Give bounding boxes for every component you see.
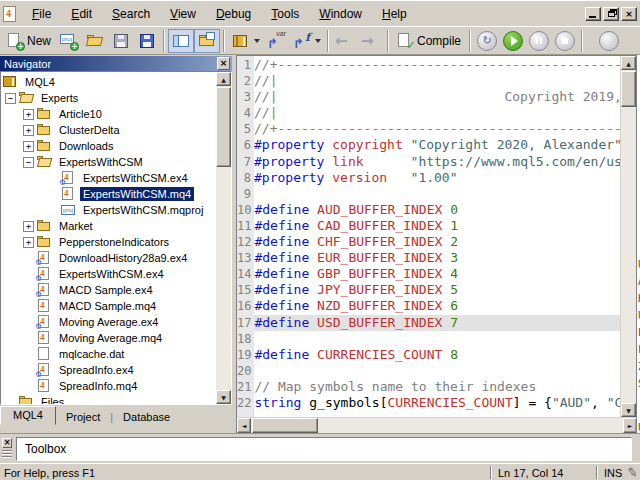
new-button[interactable]: +New: [2, 29, 56, 53]
code-line-16[interactable]: 16#define NZD_BUFFER_INDEX 6: [237, 298, 620, 314]
compile-button[interactable]: ✓Compile: [392, 29, 466, 53]
editor-horizontal-scrollbar[interactable]: ◄ ►: [237, 417, 637, 433]
forward-button[interactable]: →: [358, 29, 384, 53]
dictionary-button[interactable]: [228, 29, 263, 53]
menu-file[interactable]: File: [22, 4, 61, 24]
code-line-10[interactable]: 10#define AUD_BUFFER_INDEX 0: [237, 202, 620, 218]
code-line-3[interactable]: 3//| Copyright 2019, Alexander: [237, 89, 620, 105]
menu-help[interactable]: Help: [372, 4, 417, 24]
tree-item-expertswithcsm-ex4[interactable]: 4⚙ExpertsWithCSM.ex4: [1, 266, 231, 282]
stop-debug-button[interactable]: [552, 29, 578, 53]
pause-debug-button[interactable]: [526, 29, 552, 53]
new-project-button[interactable]: proj+: [56, 29, 82, 53]
save-button[interactable]: [108, 29, 134, 53]
navigator-scrollbar[interactable]: ▲ ▼: [216, 72, 231, 404]
close-button[interactable]: ×: [621, 7, 637, 21]
menu-tools[interactable]: Tools: [261, 4, 309, 24]
menu-window[interactable]: Window: [309, 4, 372, 24]
menu-view[interactable]: View: [160, 4, 206, 24]
tab-mql4[interactable]: MQL4: [0, 406, 56, 425]
tree-item-expertswithcsm-mq4[interactable]: 4ExpertsWithCSM.mq4: [1, 186, 231, 202]
code-line-13[interactable]: 13#define EUR_BUFFER_INDEX 3: [237, 250, 620, 266]
tree-item-mqlcache-dat[interactable]: mqlcache.dat: [1, 346, 231, 362]
toolbox-close-button[interactable]: ×: [2, 438, 12, 448]
tree-item-mql4[interactable]: MQL4: [1, 74, 231, 90]
toolbox-handle[interactable]: ×: [2, 438, 14, 460]
code-line-8[interactable]: 8#property version "1.00": [237, 170, 620, 186]
code-line-15[interactable]: 15#define JPY_BUFFER_INDEX 5: [237, 282, 620, 298]
save-all-button[interactable]: [134, 29, 160, 53]
code-line-1[interactable]: 1//+------------------------------------…: [237, 57, 620, 73]
tree-item-expertswithcsm[interactable]: −ExpertsWithCSM: [1, 154, 231, 170]
scroll-left-button[interactable]: ◄: [237, 418, 251, 433]
back-button[interactable]: ←: [332, 29, 358, 53]
scroll-thumb[interactable]: [216, 87, 231, 167]
code-line-18[interactable]: 18: [237, 331, 620, 347]
menu-edit[interactable]: Edit: [61, 4, 102, 24]
code-line-2[interactable]: 2//|: [237, 73, 620, 89]
clipped-edge-button[interactable]: [586, 29, 612, 53]
collapse-minus-icon[interactable]: −: [5, 93, 16, 104]
code-line-11[interactable]: 11#define CAD_BUFFER_INDEX 1: [237, 218, 620, 234]
code-line-14[interactable]: 14#define GBP_BUFFER_INDEX 4: [237, 266, 620, 282]
tab-database[interactable]: Database: [113, 409, 180, 423]
tree-item-moving-average-ex4[interactable]: 4⚙Moving Average.ex4: [1, 314, 231, 330]
tree-item-expertswithcsm-ex4[interactable]: 4⚙ExpertsWithCSM.ex4: [1, 170, 231, 186]
expand-plus-icon[interactable]: +: [23, 125, 34, 136]
scroll-thumb[interactable]: [621, 71, 636, 107]
scroll-up-button[interactable]: ▲: [621, 56, 636, 70]
scroll-down-button[interactable]: ▼: [621, 403, 636, 417]
menu-search[interactable]: Search: [102, 4, 160, 24]
code-line-21[interactable]: 21// Map symbols name to their indexes: [237, 379, 620, 395]
tree-item-spreadinfo-mq4[interactable]: 4SpreadInfo.mq4: [1, 378, 231, 394]
tree-item-pepperstoneindicators[interactable]: +PepperstoneIndicators: [1, 234, 231, 250]
tab-project[interactable]: Project: [56, 409, 110, 423]
scroll-up-button[interactable]: ▲: [216, 72, 231, 86]
navigator-toggle-button[interactable]: [168, 29, 194, 53]
tree-item-files[interactable]: Files: [1, 394, 231, 405]
file-view-toggle-button[interactable]: [194, 29, 220, 53]
expand-plus-icon[interactable]: +: [23, 141, 34, 152]
code-line-9[interactable]: 9: [237, 186, 620, 202]
tree-item-clusterdelta[interactable]: +ClusterDelta: [1, 122, 231, 138]
tree-item-moving-average-mq4[interactable]: 4Moving Average.mq4: [1, 330, 231, 346]
scroll-thumb[interactable]: [252, 418, 318, 433]
expand-plus-icon[interactable]: +: [23, 221, 34, 232]
tree-item-article10[interactable]: +Article10: [1, 106, 231, 122]
insert-function-button[interactable]: f↱: [289, 29, 324, 53]
code-area[interactable]: 1//+------------------------------------…: [237, 57, 620, 417]
tree-item-macd-sample-ex4[interactable]: 4⚙MACD Sample.ex4: [1, 282, 231, 298]
tree-item-market[interactable]: +Market: [1, 218, 231, 234]
tree-item-expertswithcsm-mqproj[interactable]: projExpertsWithCSM.mqproj: [1, 202, 231, 218]
restore-button[interactable]: [603, 7, 619, 21]
tree-item-downloads[interactable]: +Downloads: [1, 138, 231, 154]
restart-debug-button[interactable]: ↻: [474, 29, 500, 53]
collapse-minus-icon[interactable]: −: [23, 157, 34, 168]
code-line-4[interactable]: 4//|: [237, 105, 620, 121]
open-button[interactable]: [82, 29, 108, 53]
scroll-down-button[interactable]: ▼: [216, 390, 231, 404]
insert-variable-button[interactable]: var↱: [263, 29, 289, 53]
code-line-20[interactable]: 20: [237, 363, 620, 379]
scroll-right-button[interactable]: ►: [623, 418, 637, 433]
minimize-button[interactable]: [585, 7, 601, 21]
code-line-7[interactable]: 7#property link "https://www.mql5.com/en…: [237, 154, 620, 170]
code-line-12[interactable]: 12#define CHF_BUFFER_INDEX 2: [237, 234, 620, 250]
expand-plus-icon[interactable]: +: [23, 237, 34, 248]
line-text: [254, 363, 620, 379]
expand-plus-icon[interactable]: +: [23, 109, 34, 120]
tree-item-macd-sample-mq4[interactable]: 4MACD Sample.mq4: [1, 298, 231, 314]
code-line-5[interactable]: 5//+------------------------------------…: [237, 121, 620, 137]
tree-item-experts[interactable]: −Experts: [1, 90, 231, 106]
code-line-17[interactable]: 17#define USD_BUFFER_INDEX 7: [237, 315, 620, 331]
editor-vertical-scrollbar[interactable]: ▲ ▼: [620, 56, 636, 417]
code-editor[interactable]: 1//+------------------------------------…: [236, 55, 636, 433]
start-debug-button[interactable]: [500, 29, 526, 53]
menu-debug[interactable]: Debug: [206, 4, 261, 24]
navigator-close-button[interactable]: ×: [217, 57, 230, 70]
tree-item-spreadinfo-ex4[interactable]: 4⚙SpreadInfo.ex4: [1, 362, 231, 378]
tree-item-downloadhistory28a9-ex4[interactable]: 4⚙DownloadHistory28a9.ex4: [1, 250, 231, 266]
code-line-19[interactable]: 19#define CURRENCIES_COUNT 8: [237, 347, 620, 363]
code-line-22[interactable]: 22string g_symbols[CURRENCIES_COUNT] = {…: [237, 395, 620, 411]
code-line-6[interactable]: 6#property copyright "Copyright 2020, Al…: [237, 137, 620, 153]
